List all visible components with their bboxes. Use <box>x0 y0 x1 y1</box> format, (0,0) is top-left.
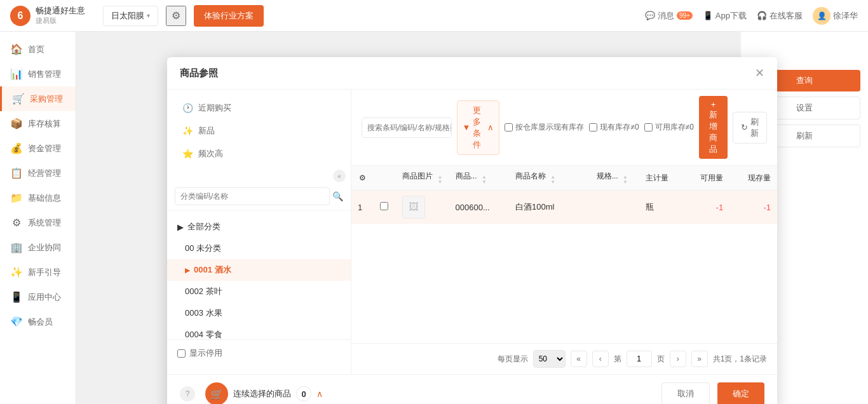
modal-title: 商品参照 <box>180 67 218 79</box>
category-item-0001[interactable]: ▶ 0001 酒水 <box>167 259 351 281</box>
last-page-button[interactable]: » <box>691 351 708 367</box>
sidebar-item-label: 新手引导 <box>28 267 61 278</box>
experience-button[interactable]: 体验行业方案 <box>194 5 264 27</box>
sidebar-item-home[interactable]: 🏠 首页 <box>0 37 76 62</box>
message-icon: 💬 <box>645 11 655 20</box>
modal-header: 商品参照 ✕ <box>167 57 777 90</box>
category-search-icon[interactable]: 🔍 <box>332 191 343 201</box>
sidebar-item-purchase[interactable]: 🛒 采购管理 <box>0 86 76 111</box>
sidebar-item-guide[interactable]: ✨ 新手引导 <box>0 260 76 285</box>
category-search-input[interactable] <box>175 187 330 205</box>
tab-new-product[interactable]: ✨ 新品 <box>175 120 343 142</box>
page-size-select[interactable]: 10 20 50 100 <box>533 350 566 368</box>
cart-icon[interactable]: 🛒 <box>205 382 228 404</box>
usable-checkbox-input[interactable] <box>644 123 653 131</box>
category-item-all[interactable]: ▶ 全部分类 <box>167 216 351 238</box>
app-download-item[interactable]: 📱 App下载 <box>703 10 747 22</box>
collapse-cart-icon[interactable]: ∧ <box>316 389 323 399</box>
system-icon: ⚙ <box>10 217 23 229</box>
available-checkbox[interactable]: 现有库存≠0 <box>589 122 639 133</box>
modal-right-panel: 🔍 ▼ 更多条件 ∧ 按仓库显示现有库存 <box>351 90 777 374</box>
filter-label: 更多条件 <box>473 105 485 151</box>
tab-label: 近期购买 <box>198 102 231 114</box>
product-table-container: ⚙ 商品图片 ▲▼ 商品... ▲▼ <box>351 166 777 343</box>
sidebar-item-enterprise[interactable]: 🏢 企业协同 <box>0 235 76 260</box>
row-checkbox-cell[interactable] <box>374 191 396 224</box>
recent-icon: 🕐 <box>182 103 193 113</box>
inventory-icon: 📦 <box>10 118 23 130</box>
next-page-button[interactable]: › <box>670 351 686 367</box>
bottom-actions: 取消 确定 <box>661 382 764 404</box>
show-disabled-input[interactable] <box>177 349 186 358</box>
nav-dropdown-label: 日太阳膜 <box>111 10 144 22</box>
sidebar-item-system[interactable]: ⚙ 系统管理 <box>0 210 76 235</box>
new-icon: ✨ <box>182 126 193 136</box>
tab-recent-purchase[interactable]: 🕐 近期购买 <box>175 97 343 119</box>
category-item-0004[interactable]: 0004 零食 <box>167 324 351 339</box>
confirm-button[interactable]: 确定 <box>717 382 764 404</box>
sidebar-item-operation[interactable]: 📋 经营管理 <box>0 161 76 185</box>
th-spec[interactable]: 规格... ▲▼ <box>590 166 640 191</box>
th-name-label: 商品名称 <box>515 172 546 180</box>
settings-icon[interactable]: ⚙ <box>166 6 186 26</box>
category-item-0003[interactable]: 0003 水果 <box>167 302 351 324</box>
collapse-button[interactable]: « <box>333 170 346 182</box>
help-button[interactable]: ? <box>180 386 195 401</box>
sidebar: 🏠 首页 📊 销售管理 🛒 采购管理 📦 库存核算 💰 资金管理 📋 经营管理 … <box>0 32 76 404</box>
sidebar-item-inventory[interactable]: 📦 库存核算 <box>0 111 76 136</box>
page-input[interactable] <box>627 351 652 367</box>
product-search-input[interactable] <box>362 118 452 137</box>
category-label: 0003 水果 <box>185 307 222 319</box>
th-unit: 主计量 <box>639 166 682 191</box>
show-disabled-checkbox[interactable]: 显示停用 <box>177 347 222 359</box>
user-item[interactable]: 👤 徐泽华 <box>813 7 858 25</box>
main-content: 查询 设置 刷新 商品参照 ✕ 🕐 <box>76 32 868 404</box>
product-search[interactable]: 🔍 <box>362 118 452 138</box>
cancel-button[interactable]: 取消 <box>661 382 710 404</box>
th-image: 商品图片 ▲▼ <box>396 166 449 191</box>
member-icon: 💎 <box>10 316 23 328</box>
row-checkbox[interactable] <box>380 202 388 210</box>
category-item-0002[interactable]: 0002 茶叶 <box>167 281 351 302</box>
sidebar-item-member[interactable]: 💎 畅会员 <box>0 309 76 334</box>
messages-item[interactable]: 💬 消息 99+ <box>645 10 693 22</box>
usable-checkbox[interactable]: 可用库存≠0 <box>644 122 694 133</box>
tab-frequent[interactable]: ⭐ 频次高 <box>175 143 343 165</box>
sidebar-item-apps[interactable]: 📱 应用中心 <box>0 285 76 309</box>
filter-button[interactable]: ▼ 更多条件 ∧ <box>457 100 500 155</box>
table-row[interactable]: 1 🖼 000600... 白酒100ml <box>351 191 777 224</box>
finance-icon: 💰 <box>10 142 23 154</box>
row-spec <box>590 191 640 224</box>
online-service-item[interactable]: 🎧 在线客服 <box>757 10 803 22</box>
th-settings[interactable]: ⚙ <box>351 166 374 191</box>
first-page-button[interactable]: « <box>571 351 587 367</box>
sidebar-item-label: 经营管理 <box>28 168 61 179</box>
modal-close-button[interactable]: ✕ <box>755 66 764 80</box>
modal-bottom-bar: ? 🛒 连续选择的商品 0 ∧ 取消 确定 <box>167 374 777 404</box>
show-disabled-label: 显示停用 <box>189 347 222 359</box>
brand-name: 畅捷通好生意 <box>36 6 85 17</box>
sidebar-item-label: 基础信息 <box>28 192 61 204</box>
row-unit: 瓶 <box>639 191 682 224</box>
page-label: 第 <box>614 354 621 365</box>
available-checkbox-input[interactable] <box>589 123 597 131</box>
category-item-00[interactable]: 00 未分类 <box>167 238 351 259</box>
warehouse-checkbox-input[interactable] <box>505 123 513 131</box>
home-icon: 🏠 <box>10 43 23 55</box>
warehouse-checkbox[interactable]: 按仓库显示现有库存 <box>505 122 584 133</box>
product-table: ⚙ 商品图片 ▲▼ 商品... ▲▼ <box>351 166 777 224</box>
sidebar-item-sales[interactable]: 📊 销售管理 <box>0 62 76 86</box>
add-product-button[interactable]: + 新增商品 <box>699 96 728 159</box>
question-icon: ? <box>186 389 190 398</box>
sidebar-item-finance[interactable]: 💰 资金管理 <box>0 136 76 161</box>
th-code[interactable]: 商品... ▲▼ <box>449 166 509 191</box>
nav-dropdown[interactable]: 日太阳膜 ▾ <box>103 6 158 26</box>
category-search-row: 🔍 <box>167 182 351 211</box>
prev-page-button[interactable]: ‹ <box>592 351 609 367</box>
enterprise-icon: 🏢 <box>10 241 23 253</box>
sidebar-item-basic-info[interactable]: 📁 基础信息 <box>0 185 76 210</box>
refresh-button[interactable]: ↻ 刷新 <box>733 112 767 144</box>
brand-text: 畅捷通好生意 捷易版 <box>36 6 85 26</box>
service-label: 在线客服 <box>770 10 803 22</box>
th-name[interactable]: 商品名称 ▲▼ <box>509 166 590 191</box>
